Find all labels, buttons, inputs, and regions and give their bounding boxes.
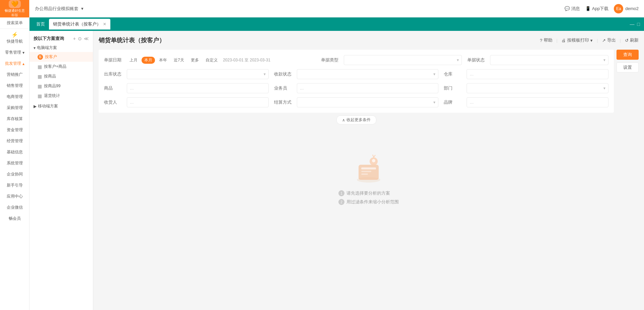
sidebar-item-marketing[interactable]: 营销推广: [0, 69, 29, 80]
filter-settlement: 结算方式 ▾: [274, 97, 439, 107]
filter-receiver: 收货人 …: [104, 97, 269, 107]
sidebar-item-ecommerce[interactable]: 电商管理: [0, 91, 29, 102]
app-download-button[interactable]: 📱 App下载: [585, 6, 608, 12]
filter-row-1: 单据日期 上月 本月 本年 近7天 更多 自定义: [104, 55, 608, 65]
svg-rect-2: [361, 167, 376, 169]
goods-control[interactable]: …: [127, 83, 269, 93]
sidebar-item-wholesale[interactable]: 批发管理 ▴: [0, 58, 29, 69]
settings-button[interactable]: 设置: [616, 62, 639, 72]
empty-tips: 1 请先选择要分析的方案 2 用过滤条件来缩小分析范围: [338, 190, 399, 205]
filter-out-status: 出库状态 ▾: [104, 69, 269, 79]
sidebar-item-member[interactable]: 畅会员: [0, 213, 29, 224]
date-tab-this-month[interactable]: 本月: [142, 57, 155, 64]
scheme-item-by-customer[interactable]: 客 按客户: [30, 52, 93, 62]
date-tab-custom[interactable]: 自定义: [203, 57, 220, 64]
dept-control[interactable]: ▾: [467, 83, 608, 93]
retail-label: 零售管理: [5, 50, 21, 55]
date-tab-more[interactable]: 更多: [188, 57, 202, 64]
dept-arrow: ▾: [603, 86, 605, 91]
sidebar-item-inventory[interactable]: 库存核算: [0, 113, 29, 124]
tab-sales-stat-label: 销货单统计表（按客户）: [53, 21, 101, 27]
message-button[interactable]: 💬 消息: [565, 6, 580, 12]
quick-nav-label: 快捷导航: [7, 39, 23, 44]
empty-tip-2: 2 用过滤条件来缩小分析范围: [338, 199, 399, 205]
mobile-group-title[interactable]: ▶ 移动端方案: [30, 102, 93, 110]
doc-status-arrow: ▾: [603, 58, 605, 62]
enterprise-label: 企业协同: [7, 171, 23, 177]
collapse-button[interactable]: ∧ 收起更多条件: [336, 115, 376, 124]
sidebar-item-corpwechat[interactable]: 企业微信: [0, 202, 29, 213]
user-info[interactable]: Ea demo2: [614, 4, 639, 13]
filter-row-4: 收货人 … 结算方式 ▾: [104, 97, 608, 107]
brand-control[interactable]: …: [467, 97, 608, 107]
user-name: demo2: [625, 6, 639, 11]
out-status-control[interactable]: ▾: [127, 69, 269, 79]
refresh-button[interactable]: ↺ 刷新: [625, 37, 639, 43]
print-button[interactable]: 🖨 按模板打印 ▾: [561, 37, 593, 43]
scheme-collapse-icon[interactable]: ≪: [84, 36, 89, 41]
svg-rect-1: [359, 165, 379, 180]
desktop-group-title[interactable]: ▾ 电脑端方案: [30, 44, 93, 52]
search-menu[interactable]: 搜索菜单: [0, 17, 29, 29]
tip-num-1: 1: [338, 190, 344, 196]
scheme-settings-icon[interactable]: ⊙: [78, 36, 82, 41]
settlement-control[interactable]: ▾: [297, 97, 439, 107]
tab-home[interactable]: 首页: [32, 19, 49, 30]
sidebar-item-system[interactable]: 系统管理: [0, 158, 29, 169]
date-tab-this-year[interactable]: 本年: [156, 57, 170, 64]
print-arrow: ▾: [590, 38, 593, 43]
salesperson-control[interactable]: …: [297, 83, 439, 93]
empty-illustration: [348, 151, 389, 185]
tab-close-icon[interactable]: ✕: [103, 22, 106, 27]
scheme-item-by-goods-99[interactable]: ▦ 按商品99: [30, 81, 93, 91]
tab-minimize-icon[interactable]: —: [630, 21, 635, 27]
scheme-add-icon[interactable]: +: [73, 36, 76, 41]
doc-type-arrow: ▾: [457, 58, 459, 62]
scheme-item-return-stat[interactable]: ▦ 退货统计: [30, 91, 93, 101]
sidebar-quick-nav[interactable]: ⚡ 快捷导航: [0, 29, 29, 47]
collapse-label: 收起更多条件: [346, 117, 371, 123]
receiver-control[interactable]: …: [127, 97, 269, 107]
scheme-header-actions: + ⊙ ≪: [73, 36, 89, 41]
sidebar-item-purchase[interactable]: 采购管理: [0, 102, 29, 113]
sidebar-item-retail[interactable]: 零售管理 ▾: [0, 47, 29, 58]
help-button[interactable]: ? 帮助: [540, 37, 552, 43]
tab-sales-stat[interactable]: 销货单统计表（按客户） ✕: [49, 19, 110, 30]
scheme-item-label-5: 退货统计: [44, 93, 60, 99]
date-tab-last-month[interactable]: 上月: [127, 57, 140, 64]
export-icon: ↗: [602, 38, 606, 43]
sidebar-item-finance[interactable]: 资金管理: [0, 124, 29, 136]
warehouse-control[interactable]: …: [467, 69, 608, 79]
scheme-item-by-goods[interactable]: ▦ 按商品: [30, 71, 93, 81]
scheme-item-label-4: 按商品99: [44, 83, 60, 89]
doc-status-control[interactable]: ▾: [490, 55, 608, 65]
doc-type-control[interactable]: ▾: [344, 55, 462, 65]
quick-nav-icon: ⚡: [11, 32, 18, 38]
mobile-group-label: 移动端方案: [38, 103, 58, 109]
date-tab-7days[interactable]: 近7天: [171, 57, 187, 64]
pay-status-control[interactable]: ▾: [297, 69, 439, 79]
sidebar-item-operation[interactable]: 经营管理: [0, 136, 29, 147]
svg-point-6: [372, 159, 375, 162]
receiver-label: 收货人: [104, 99, 124, 105]
tip-num-2: 2: [338, 199, 344, 205]
scheme-item-customer-goods[interactable]: ▦ 按客户+商品: [30, 62, 93, 71]
desktop-group-label: 电脑端方案: [37, 45, 57, 51]
sidebar-item-sales[interactable]: 销售管理: [0, 80, 29, 91]
scheme-item-label-2: 按客户+商品: [44, 64, 66, 69]
basic-label: 基础信息: [7, 149, 23, 155]
operation-label: 经营管理: [7, 138, 23, 144]
export-button[interactable]: ↗ 导出: [602, 37, 616, 43]
app-subtitle: 标版: [11, 13, 18, 17]
sidebar-item-appcenter[interactable]: 应用中心: [0, 191, 29, 202]
query-button[interactable]: 查询: [616, 50, 639, 60]
tip-text-1: 请先选择要分析的方案: [346, 190, 390, 196]
sidebar-item-enterprise[interactable]: 企业协同: [0, 169, 29, 180]
tab-maximize-icon[interactable]: □: [637, 21, 640, 27]
sidebar-item-newguide[interactable]: 新手引导: [0, 180, 29, 191]
filter-salesperson: 业务员 …: [274, 83, 439, 93]
svg-rect-4: [361, 173, 368, 175]
sidebar-item-basic[interactable]: 基础信息: [0, 147, 29, 158]
finance-label: 资金管理: [7, 127, 23, 133]
desktop-scheme-group: ▾ 电脑端方案 客 按客户 ▦ 按客户+商品 ▦ 按商品 ▦ 按商品99: [30, 44, 93, 101]
